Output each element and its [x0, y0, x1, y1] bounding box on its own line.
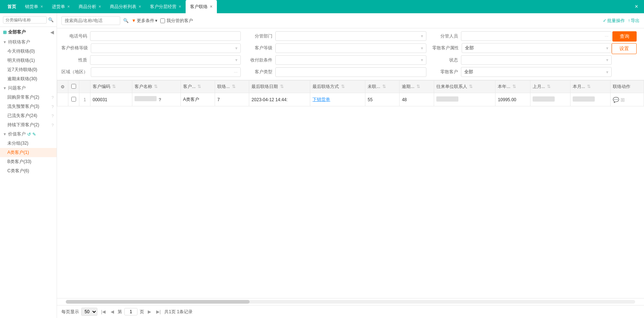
problem-customers-group[interactable]: ▼ 问题客户 [0, 84, 57, 93]
sidebar-item-today[interactable]: 今天待联络(0) [0, 47, 57, 56]
manager-input[interactable]: ··· [461, 31, 612, 41]
sidebar-item-class-a[interactable]: A类客户(1) [0, 148, 57, 157]
nav-tab-customer-contact[interactable]: 客户联络 × [186, 0, 217, 13]
triangle-icon-3: ▼ [3, 132, 7, 136]
nav-tab-customer-tier[interactable]: 客户分层经营 × [146, 0, 186, 13]
pending-contact-group[interactable]: ▼ 待联络客户 [0, 38, 57, 47]
qr-icon[interactable]: ⊞ [620, 97, 625, 103]
export-button[interactable]: ↑ 导出 [628, 18, 640, 24]
sort-last-date-icon[interactable]: ⇅ [280, 84, 284, 89]
nav-tab-analysis[interactable]: 商品分析 × [74, 0, 105, 13]
last-page-btn[interactable]: ▶| [155, 308, 162, 315]
th-related-label: 往来单位联系人 [436, 84, 467, 89]
sort-overdue-icon[interactable]: ⇅ [416, 84, 420, 89]
next-page-btn[interactable]: ▶ [146, 308, 153, 315]
status-input[interactable]: ▾ [461, 55, 612, 65]
all-customers-header[interactable]: ⊞ 全部客户 ◀ [0, 27, 57, 38]
customer-level-input[interactable]: ▾ [275, 43, 426, 53]
sidebar-search-icon[interactable]: 🔍 [48, 17, 54, 22]
sidebar-search-input[interactable] [3, 16, 47, 24]
close-sales-tab[interactable]: × [40, 4, 43, 9]
my-customer-checkbox-area[interactable]: 我分管的客户 [160, 18, 193, 24]
th-contact-num: 联络... ⇅ [215, 81, 249, 93]
value-customers-group[interactable]: ▼ 价值客户 ↺ ✎ [0, 130, 57, 139]
nav-tab-purchase[interactable]: 进货单 × [47, 0, 74, 13]
sidebar-item-declining[interactable]: 持续下滑客户(2) ? [0, 120, 57, 130]
prev-page-btn[interactable]: ◀ [109, 308, 115, 315]
filter-cell-manager: 分管人员 ··· [432, 31, 612, 41]
triangle-icon: ▼ [3, 40, 7, 44]
retail-attr-input[interactable]: 全部▾ [462, 43, 612, 53]
close-analysis-list-tab[interactable]: × [139, 4, 141, 9]
price-level-input[interactable]: ▾ [91, 43, 241, 53]
help-icon-1[interactable]: ? [51, 95, 54, 100]
close-customer-contact-tab[interactable]: × [210, 4, 212, 9]
sort-uncontacted-icon[interactable]: ⇅ [382, 84, 386, 89]
edit-group-icon[interactable]: ✎ [32, 132, 36, 137]
nature-input[interactable]: ▾ [90, 55, 241, 65]
close-purchase-tab[interactable]: × [67, 4, 70, 9]
th-action: 联络动作 [610, 81, 644, 93]
sidebar-item-loss-warning[interactable]: 流失预警客户(3) ? [0, 102, 57, 111]
main-search-icon[interactable]: 🔍 [123, 18, 129, 23]
help-icon-4[interactable]: ? [51, 123, 54, 127]
search-button[interactable]: 查询 [612, 31, 637, 42]
sidebar-item-7days[interactable]: 近7天待联络(0) [0, 65, 57, 74]
close-all-tabs[interactable]: × [632, 3, 641, 10]
sort-type-icon[interactable]: ⇅ [197, 84, 201, 89]
sidebar-item-tomorrow[interactable]: 明天待联络(1) [0, 56, 57, 65]
nav-tab-sales[interactable]: 销货单 × [21, 0, 47, 13]
select-all-checkbox[interactable] [71, 84, 76, 89]
page-number-input[interactable] [124, 308, 137, 315]
gear-icon[interactable]: ⚙ [61, 84, 65, 89]
batch-op-button[interactable]: ✓ 批量操作 [603, 18, 625, 24]
per-page-select[interactable]: 50 [81, 308, 97, 316]
nav-tab-analysis-list[interactable]: 商品分析列表 × [105, 0, 146, 13]
retail-input[interactable]: 全部▾ [461, 67, 612, 77]
sort-last-method-icon[interactable]: ⇅ [341, 84, 345, 89]
last-method-link[interactable]: 下销货单 [312, 97, 330, 102]
nav-tab-home[interactable]: 首页 [3, 0, 21, 13]
th-last-date-label: 最后联络日期 [251, 84, 278, 89]
scrollbar-thumb[interactable] [66, 300, 250, 304]
sidebar-item-ungroup[interactable]: 未分组(32) [0, 139, 57, 148]
row-checkbox[interactable] [71, 97, 76, 102]
sort-name-icon[interactable]: ⇅ [154, 84, 158, 89]
main-search-input[interactable] [61, 16, 120, 25]
refresh-icon[interactable]: ↺ [27, 132, 31, 137]
settings-button[interactable]: 设置 [612, 43, 637, 54]
sort-code-icon[interactable]: ⇅ [112, 84, 116, 89]
filter-cell-dept: 分管部门 ▾ [247, 31, 426, 41]
sidebar-item-abnormal[interactable]: 回购异常客户(2) ? [0, 93, 57, 102]
region-input[interactable]: ··· [91, 67, 241, 77]
customer-type-input[interactable] [275, 67, 426, 77]
sidebar-item-overdue[interactable]: 逾期未联络(30) [0, 74, 57, 84]
help-icon-2[interactable]: ? [51, 105, 54, 109]
th-checkbox [68, 81, 79, 93]
more-filter-button[interactable]: ▼ 更多条件 ▾ [132, 18, 157, 24]
th-uncontacted-label: 未联... [368, 84, 380, 89]
close-analysis-tab[interactable]: × [99, 4, 101, 9]
dept-input[interactable]: ▾ [275, 31, 426, 41]
my-customer-checkbox[interactable] [160, 18, 165, 23]
help-icon-3[interactable]: ? [51, 114, 54, 118]
horizontal-scrollbar[interactable] [66, 300, 635, 304]
close-customer-tier-tab[interactable]: × [179, 4, 181, 9]
sidebar-item-class-c[interactable]: C类客户(6) [0, 166, 57, 176]
first-page-btn[interactable]: |◀ [100, 308, 107, 315]
sort-this-month-icon[interactable]: ⇅ [587, 84, 591, 89]
th-related-contact: 往来单位联系人 ⇅ [434, 81, 495, 93]
blurred-this-month [573, 96, 595, 102]
sort-contact-icon[interactable]: ⇅ [232, 84, 236, 89]
message-icon[interactable]: 💬 [613, 97, 619, 103]
sort-last-month-icon[interactable]: ⇅ [547, 84, 551, 89]
phone-input[interactable] [90, 31, 241, 41]
sidebar-item-lost[interactable]: 已流失客户(24) ? [0, 111, 57, 120]
sort-this-year-icon[interactable]: ⇅ [512, 84, 516, 89]
td-this-year: 10995.00 [495, 93, 530, 106]
payment-input[interactable]: ▾ [275, 55, 426, 65]
collapse-icon[interactable]: ◀ [50, 30, 54, 35]
sort-related-icon[interactable]: ⇅ [469, 84, 473, 89]
th-contact-label: 联络... [217, 84, 230, 89]
sidebar-item-class-b[interactable]: B类客户(33) [0, 157, 57, 166]
